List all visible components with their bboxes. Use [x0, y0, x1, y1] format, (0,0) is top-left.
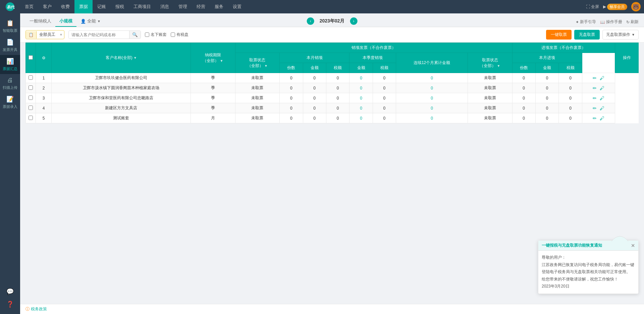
tab-small-scale[interactable]: 小规模: [55, 16, 76, 27]
row-monthly-purchase-amount: 0: [535, 103, 558, 113]
row-quarterly-sales-tax: 0: [373, 83, 396, 93]
sidebar-item-smart-ticket[interactable]: 📋 智能取票: [0, 17, 20, 36]
th-quarterly-sales: 本季度销项: [350, 53, 396, 63]
nav-service[interactable]: 服务: [210, 0, 228, 13]
tax-policy-link[interactable]: 税务政策: [31, 306, 47, 312]
row-sales-status: 未取票: [235, 93, 279, 103]
tab-all-dropdown-icon: ▼: [97, 19, 101, 23]
checkbox-subordinate-accounts-input[interactable]: [145, 33, 149, 37]
th-settings: ⚙: [36, 43, 52, 73]
checkbox-has-tax-disk[interactable]: 有税盘: [171, 32, 189, 38]
row-sales-status: 未取票: [235, 103, 279, 113]
detail-icon[interactable]: 🖋: [600, 85, 604, 91]
fullscreen-btn[interactable]: ⛶ 全屏: [586, 4, 599, 10]
row-quarterly-sales-tax: 0: [373, 113, 396, 123]
select-all-checkbox[interactable]: [29, 55, 33, 60]
row-checkbox[interactable]: [29, 116, 33, 120]
row-quarterly-sales-amount: 0: [350, 83, 373, 93]
row-actions: ✏ 🖋: [582, 73, 615, 83]
detail-icon[interactable]: 🖋: [600, 96, 604, 101]
row-monthly-purchase-count: 0: [512, 73, 535, 83]
employee-filter-label: 📋: [26, 31, 37, 39]
row-index: 5: [36, 113, 52, 123]
table-row: 1 卫辉市玖玖健合医药有限公司 季 未取票 0 0 0 0 0 0 未取票 0 …: [26, 73, 639, 83]
tax-period-filter-icon[interactable]: ▼: [220, 59, 223, 63]
row-monthly-purchase-amount: 0: [535, 73, 558, 83]
th-monthly-purchase-tax: 税额: [559, 63, 582, 73]
diskless-ticket-btn[interactable]: 无盘取票: [574, 30, 600, 40]
row-client-name: 卫辉市保和堂医药有限公司忠畿路店: [52, 93, 191, 103]
period-navigation: ‹ 2023年02月 ›: [307, 17, 358, 25]
tab-general-taxpayer[interactable]: 一般纳税人: [25, 16, 55, 27]
row-quarterly-sales-amount: 0: [350, 93, 373, 103]
edit-icon[interactable]: ✏: [593, 75, 597, 81]
row-actions: ✏ 🖋: [582, 113, 615, 123]
nav-bookkeeping[interactable]: 记账: [93, 0, 111, 13]
user-avatar[interactable]: 🐻: [631, 2, 641, 11]
sidebar-item-invoice-open[interactable]: 📄 发票开具: [0, 36, 20, 55]
nav-settings[interactable]: 设置: [228, 0, 246, 13]
sidebar-item-scan-upload[interactable]: 🖨 扫描上传: [0, 74, 20, 93]
detail-icon[interactable]: 🖋: [600, 75, 604, 81]
purchase-status-filter-icon[interactable]: ▼: [497, 64, 500, 68]
detail-icon[interactable]: 🖋: [600, 116, 604, 121]
checkbox-has-tax-disk-input[interactable]: [171, 33, 175, 37]
sidebar-item-ticket-entry[interactable]: 📝 票据录入: [0, 93, 20, 112]
edit-icon[interactable]: ✏: [593, 116, 597, 121]
detail-icon[interactable]: 🖋: [600, 106, 604, 111]
row-checkbox[interactable]: [29, 85, 33, 90]
row-monthly-purchase-count: 0: [512, 103, 535, 113]
dropdown-chevron-icon: ▼: [632, 33, 635, 37]
refresh-btn[interactable]: ↻ 刷新: [626, 19, 639, 25]
new-guide-btn[interactable]: ✦ 新手引导: [576, 19, 596, 25]
nav-business[interactable]: 工商项目: [129, 0, 156, 13]
nav-operation[interactable]: 经营: [192, 0, 210, 13]
client-name-filter-icon[interactable]: ▼: [133, 56, 137, 60]
nav-invoice[interactable]: 票据: [74, 0, 93, 13]
nav-right: ⛶ 全屏 ▶ 畅享会员 🐻: [586, 2, 641, 11]
th-monthly-sales-count: 份数: [280, 63, 303, 73]
notification-close-btn[interactable]: ✕: [631, 243, 635, 248]
row-checkbox[interactable]: [29, 75, 33, 80]
nav-message[interactable]: 消息: [156, 0, 174, 13]
nav-tax[interactable]: 报税: [111, 0, 129, 13]
sales-status-filter-icon[interactable]: ▼: [264, 64, 268, 68]
edit-icon[interactable]: ✏: [593, 106, 597, 111]
nav-manage[interactable]: 管理: [174, 0, 192, 13]
row-monthly-sales-count: 0: [280, 103, 303, 113]
settings-icon[interactable]: ⚙: [42, 56, 46, 60]
sidebar-item-help[interactable]: ❓: [0, 298, 20, 311]
nav-fee[interactable]: 收费: [56, 0, 74, 13]
employee-filter-value[interactable]: 全部员工: [37, 30, 58, 39]
row-checkbox[interactable]: [29, 106, 33, 110]
th-monthly-sales-tax: 税额: [326, 63, 349, 73]
row-checkbox[interactable]: [29, 96, 33, 100]
tab-all[interactable]: 👤 全能 ▼: [76, 16, 105, 27]
sidebar-item-invoice-summary[interactable]: 📊 票据汇总: [0, 55, 20, 74]
edit-icon[interactable]: ✏: [593, 85, 597, 91]
one-click-ticket-btn[interactable]: 一键取票: [546, 30, 572, 40]
vip-btn[interactable]: ▶ 畅享会员: [603, 4, 627, 10]
edit-icon[interactable]: ✏: [593, 96, 597, 101]
chat-icon: 💬: [6, 288, 14, 295]
th-checkbox: [26, 43, 36, 73]
row-tax-period: 季: [191, 83, 235, 93]
search-button[interactable]: 🔍: [129, 31, 141, 39]
search-input[interactable]: [69, 31, 129, 39]
checkbox-subordinate-accounts[interactable]: 名下账套: [145, 32, 167, 38]
nav-home[interactable]: 首页: [20, 0, 38, 13]
row-monthly-sales-tax: 0: [326, 113, 349, 123]
nav-customer[interactable]: 客户: [38, 0, 56, 13]
sidebar-item-chat[interactable]: 💬: [0, 285, 20, 298]
diskless-ticket-ops-btn[interactable]: 无盘取票操作 ▼: [602, 30, 639, 40]
row-purchase-status: 未取票: [468, 83, 512, 93]
next-period-btn[interactable]: ›: [350, 17, 357, 25]
prev-period-btn[interactable]: ‹: [307, 17, 314, 25]
tax-policy-icon: ⓘ: [25, 306, 30, 312]
scan-upload-icon: 🖨: [7, 77, 13, 84]
manual-btn[interactable]: 📖 操作手册: [600, 19, 622, 25]
th-client-name: 客户名称(全部) ▼: [52, 43, 191, 73]
app-logo[interactable]: 易代账: [3, 0, 17, 13]
smart-ticket-icon: 📋: [6, 19, 14, 27]
employee-filter[interactable]: 📋 全部员工 ▼: [25, 30, 64, 39]
